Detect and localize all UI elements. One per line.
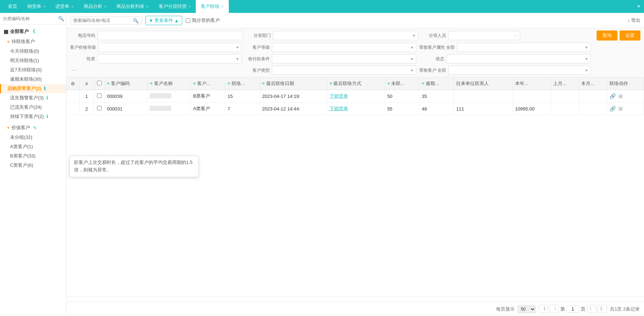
th-check[interactable] xyxy=(94,77,105,90)
nav-customer-tier[interactable]: 客户分层经营 × xyxy=(154,0,196,13)
sidebar-item-b-class[interactable]: B类客户(33) xyxy=(0,151,66,161)
grid-action-icon-1[interactable]: ⊞ xyxy=(618,93,623,99)
sidebar-item-churn-warning[interactable]: 流失预警客户(3) ℹ xyxy=(0,93,66,103)
filter-nature-input[interactable]: ▼ xyxy=(97,54,242,63)
status-down-icon: ▼ xyxy=(585,57,588,61)
filter-price-level-input[interactable]: ▼ xyxy=(98,43,242,52)
all-customers-title[interactable]: ▦ 全部客户 《 xyxy=(0,27,66,37)
th-contacts[interactable]: ≡ 联络... xyxy=(225,77,260,90)
nav-close-analysis[interactable]: × xyxy=(104,4,106,9)
sidebar-item-declining[interactable]: 持续下滑客户(2) ℹ xyxy=(0,112,66,121)
sidebar-group-value[interactable]: ▼ 价值客户 ✎ xyxy=(0,123,66,133)
nav-close-sales[interactable]: × xyxy=(43,4,45,9)
nav-close-all-button[interactable]: × xyxy=(637,3,640,10)
sidebar-item-tomorrow[interactable]: 明天待联络(1) xyxy=(0,56,66,65)
my-customers-check[interactable] xyxy=(186,18,190,23)
next-page-button[interactable]: 〉 xyxy=(587,305,596,313)
first-page-button[interactable]: 《 xyxy=(539,305,548,313)
td-lastmethod-1[interactable]: 下销货单 xyxy=(327,90,385,103)
my-customers-checkbox[interactable]: 我分管的客户 xyxy=(186,17,220,24)
th-uncontact[interactable]: ≡ 未联... xyxy=(385,77,420,90)
more-filter-dots[interactable]: ··· xyxy=(70,67,78,74)
sidebar-item-ungroup[interactable]: 未分组(32) xyxy=(0,133,66,142)
filter-customer-grade-input[interactable]: ▼ xyxy=(272,43,416,52)
th-name[interactable]: ≡ 客户名称 xyxy=(148,77,191,90)
filter-scatter-attr-input[interactable]: ▼ xyxy=(457,43,591,52)
td-check-1[interactable] xyxy=(94,90,105,103)
blurred-name-2 xyxy=(150,106,171,111)
filter-status-input[interactable]: ▼ xyxy=(446,54,591,63)
th-lastmonth[interactable]: 上月... xyxy=(551,77,579,90)
sidebar-item-today[interactable]: 今天待联络(0) xyxy=(0,47,66,56)
td-code-1[interactable]: 000039 xyxy=(105,90,148,103)
filter-dept-input[interactable]: ▼ xyxy=(273,31,418,40)
filter-person-input[interactable]: ··· xyxy=(448,31,520,40)
nav-close-purchase[interactable]: × xyxy=(71,4,73,9)
grid-action-icon-2[interactable]: ⊞ xyxy=(618,106,623,112)
th-thismonth[interactable]: 本月... xyxy=(579,77,607,90)
filter-payment-input[interactable]: ▼ xyxy=(272,54,416,63)
sidebar-search-area: 🔍 xyxy=(0,13,66,24)
more-conditions-button[interactable]: ▼ 更多条件 ▲ xyxy=(145,16,182,25)
link-action-icon-1[interactable]: 🔗 xyxy=(610,93,616,99)
main-layout: 🔍 ▦ 全部客户 《 ▼ 待联络客户 今天待联络(0) 明天待联络(1) 近7天… xyxy=(0,13,644,316)
th-overdue[interactable]: ≡ 逾期... xyxy=(420,77,454,90)
th-code[interactable]: ≡ 客户编码 xyxy=(105,77,148,90)
sidebar-item-abnormal-repurchase[interactable]: 回购异常客户(2) ℹ xyxy=(0,84,66,93)
nav-close-tier[interactable]: × xyxy=(189,4,191,9)
select-all-checkbox[interactable] xyxy=(97,81,102,85)
main-search-icon[interactable]: 🔍 xyxy=(133,18,139,23)
current-page-input[interactable] xyxy=(566,306,579,313)
nav-purchase-order[interactable]: 进货单 × xyxy=(50,0,78,13)
th-lastdate[interactable]: ≡ 最后联络日期 xyxy=(260,77,327,90)
scatter-customer-down-icon: ▼ xyxy=(585,69,588,72)
sidebar-item-a-class[interactable]: A类客户(1) xyxy=(0,142,66,151)
th-category[interactable]: ≡ 客户... xyxy=(191,77,225,90)
main-search-input[interactable] xyxy=(73,18,131,23)
row1-checkbox[interactable] xyxy=(97,93,102,98)
row2-checkbox[interactable] xyxy=(97,106,102,110)
filter-dots-field: ··· xyxy=(70,67,242,74)
td-lastmethod-2[interactable]: 下销货单 xyxy=(327,103,385,115)
filter-customer-type-input[interactable]: ▼ xyxy=(272,66,416,75)
scatter-attr-down-icon: ▼ xyxy=(585,46,588,49)
filter-row-3: 性质 ▼ 收付款条件 ▼ 状态 xyxy=(70,54,640,63)
export-icon: ↑ xyxy=(628,18,630,23)
link-action-icon-2[interactable]: 🔗 xyxy=(610,106,616,112)
search-icon[interactable]: 🔍 xyxy=(58,16,64,21)
last-page-button[interactable]: 》 xyxy=(598,305,607,313)
page-size-select[interactable]: 50 100 200 xyxy=(518,305,536,313)
nav-close-contact[interactable]: × xyxy=(221,4,223,9)
sidebar-search-input[interactable] xyxy=(3,16,57,21)
prev-page-button[interactable]: 〈 xyxy=(550,305,559,313)
filter-phone-input[interactable] xyxy=(97,31,243,40)
filter-scatter-customer-input[interactable]: ▼ xyxy=(448,66,591,75)
sidebar-item-churned[interactable]: 已流失客户(24) xyxy=(0,103,66,112)
nav-product-analysis[interactable]: 商品分析 × xyxy=(79,0,111,13)
nav-product-analysis-list[interactable]: 商品分析列表 × xyxy=(111,0,153,13)
settings-button[interactable]: 设置 xyxy=(620,30,640,41)
th-lastmethod[interactable]: ≡ 最后联络方式 xyxy=(327,77,385,90)
th-settings[interactable]: ⚙ xyxy=(66,77,79,90)
sidebar-group-pending[interactable]: ▼ 待联络客户 xyxy=(0,37,66,47)
sidebar-collapse-icon[interactable]: 《 xyxy=(31,28,35,35)
query-button[interactable]: 查询 xyxy=(597,30,617,41)
edit-value-group-icon[interactable]: ✎ xyxy=(33,125,37,131)
td-check-2[interactable] xyxy=(94,103,105,115)
td-code-2[interactable]: 000031 xyxy=(105,103,148,115)
horizontal-scrollbar[interactable] xyxy=(66,297,644,302)
price-level-down-icon: ▼ xyxy=(236,46,239,49)
export-button[interactable]: ↑ 导出 xyxy=(628,17,641,24)
nav-sales-order[interactable]: 销货单 × xyxy=(22,0,50,13)
nature-down-icon: ▼ xyxy=(236,57,239,61)
pagination-bar: 每页显示 50 100 200 《 〈 第 页 〉 》 共1页 2条记录 xyxy=(66,302,644,316)
sidebar-item-7days[interactable]: 近7天待联络(0) xyxy=(0,65,66,75)
nav-home[interactable]: 首页 xyxy=(3,0,22,13)
sidebar-item-overdue[interactable]: 逾期未联络(30) xyxy=(0,75,66,84)
th-thisyear[interactable]: 本年... xyxy=(513,77,551,90)
nav-close-analysis-list[interactable]: × xyxy=(146,4,148,9)
td-category-1: B类客户 xyxy=(191,90,225,103)
nav-customer-contact[interactable]: 客户联络 × xyxy=(196,0,228,13)
sidebar-item-c-class[interactable]: C类客户(6) xyxy=(0,161,66,170)
th-unit-contact[interactable]: 往来单位联系人 xyxy=(454,77,513,90)
